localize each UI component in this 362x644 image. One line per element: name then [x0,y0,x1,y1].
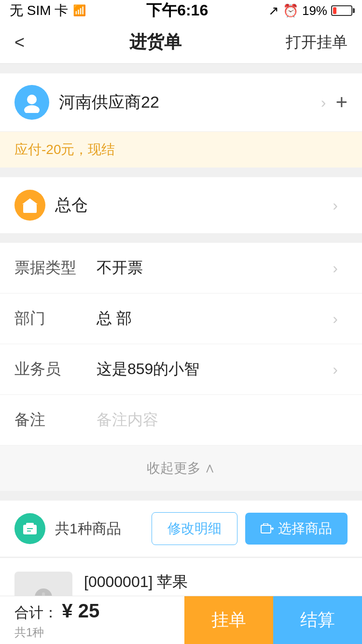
svg-point-0 [27,95,37,104]
wifi-icon: 📶 [73,4,86,17]
svg-rect-5 [26,523,34,526]
status-bar: 无 SIM 卡 📶 下午6:16 ↗ ⏰ 19% [0,0,362,21]
battery-icon [331,5,352,16]
department-row[interactable]: 部门 总 部 › [0,294,362,344]
collapse-button[interactable]: 收起更多 ∧ [0,446,362,491]
battery-label: 19% [302,3,327,18]
supplier-section: 河南供应商22 › + 应付-20元，现结 [0,73,362,168]
back-button[interactable]: < [14,32,25,53]
alarm-icon: ⏰ [283,3,298,18]
product-name: [0000001] 苹果 [84,572,330,593]
svg-rect-4 [23,525,37,534]
salesperson-value: 这是859的小智 [92,359,333,380]
invoice-value: 不开票 [92,257,333,279]
total-label: 合计： [14,604,58,620]
remark-label: 备注 [14,409,92,431]
invoice-chevron-icon: › [333,259,338,277]
time-label: 下午6:16 [146,0,208,21]
department-label: 部门 [14,308,92,329]
svg-rect-8 [261,525,271,533]
product-icon [14,513,45,544]
bottom-summary: 合计： ¥ 25 共1种 [0,596,184,644]
nav-bar: < 进货单 打开挂单 [0,21,362,64]
item-count: 共1种 [14,625,170,640]
svg-point-1 [24,105,40,113]
checkout-button[interactable]: 结算 [273,596,362,644]
location-icon: ↗ [268,3,279,18]
section-gap-3 [0,233,362,243]
department-chevron-icon: › [333,310,338,328]
supplier-name: 河南供应商22 [59,91,321,113]
department-value: 总 部 [92,308,333,329]
salesperson-chevron-icon: › [333,361,338,378]
form-section: 票据类型 不开票 › 部门 总 部 › 业务员 这是859的小智 › 备注 备注… [0,243,362,446]
bottom-bar: 合计： ¥ 25 共1种 挂单 结算 [0,596,362,644]
warehouse-name: 总仓 [55,194,333,216]
salesperson-row[interactable]: 业务员 这是859的小智 › [0,344,362,395]
section-gap-2 [0,168,362,177]
warehouse-chevron-icon: › [333,196,338,214]
select-product-button[interactable]: 选择商品 [245,513,348,545]
page-title: 进货单 [129,30,181,54]
supplier-alert: 应付-20元，现结 [0,132,362,168]
warehouse-section: 总仓 › [0,177,362,233]
warehouse-row[interactable]: 总仓 › [0,177,362,233]
select-product-label: 选择商品 [278,519,332,538]
product-count-label: 共1种商品 [55,519,152,539]
section-gap-4 [0,491,362,501]
edit-detail-button[interactable]: 修改明细 [152,512,237,545]
supplier-chevron-icon: › [321,94,326,112]
total-row: 合计： ¥ 25 [14,600,170,623]
product-title: 苹果 [157,573,188,590]
hang-button[interactable]: 挂单 [184,596,273,644]
supplier-avatar [14,85,49,120]
carrier-label: 无 SIM 卡 [10,1,68,20]
product-code: [0000001] [84,573,153,590]
svg-marker-3 [22,198,38,204]
invoice-label: 票据类型 [14,257,92,279]
supplier-row[interactable]: 河南供应商22 › + [0,73,362,132]
remark-row[interactable]: 备注 备注内容 [0,395,362,446]
salesperson-label: 业务员 [14,359,92,380]
status-right: ↗ ⏰ 19% [268,3,352,18]
warehouse-icon [14,190,45,221]
svg-rect-2 [23,204,37,213]
open-hang-button[interactable]: 打开挂单 [286,32,348,53]
add-supplier-button[interactable]: + [335,92,348,112]
product-header: 共1种商品 修改明细 选择商品 [0,501,362,557]
total-amount: ¥ 25 [62,600,99,621]
status-left: 无 SIM 卡 📶 [10,1,86,20]
section-gap-1 [0,64,362,73]
remark-input[interactable]: 备注内容 [92,409,348,431]
invoice-row[interactable]: 票据类型 不开票 › [0,243,362,294]
